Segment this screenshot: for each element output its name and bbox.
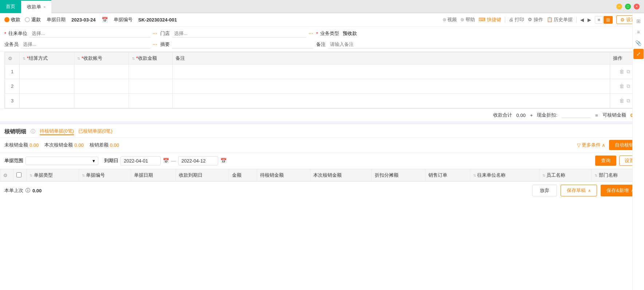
unchecked-item: 未核销金额 0.00 bbox=[4, 142, 39, 148]
action-shortcut[interactable]: ⌨ 快捷键 bbox=[479, 16, 501, 23]
info-icon-footer[interactable]: ⓘ bbox=[25, 187, 30, 194]
more-conditions-btn[interactable]: ▽ 更多条件 ∧ bbox=[577, 142, 605, 148]
sidebar-attach-icon[interactable]: 📎 bbox=[633, 38, 644, 48]
radio-refund-dot bbox=[25, 17, 30, 22]
note-input[interactable] bbox=[328, 40, 640, 48]
unchecked-value: 0.00 bbox=[30, 142, 39, 148]
date-end-input[interactable] bbox=[178, 156, 218, 165]
remark-input[interactable] bbox=[172, 40, 313, 48]
col-gear-bottom[interactable]: ⚙ bbox=[0, 169, 13, 181]
delete-icon[interactable]: 🗑 bbox=[619, 98, 624, 104]
table-row: 2 🗑 ⧉ bbox=[5, 79, 639, 94]
info-icon[interactable]: ⓘ bbox=[31, 128, 35, 135]
counterpart-required: * bbox=[4, 31, 6, 36]
col-amount: ⇅ *收款金额 bbox=[129, 52, 173, 64]
save-draft-arrow[interactable]: ∧ bbox=[588, 188, 591, 193]
radio-group: 收款 退款 bbox=[4, 16, 41, 23]
sidebar-table-icon[interactable]: ⊞ bbox=[633, 16, 644, 26]
col-gear[interactable]: ⚙ bbox=[5, 52, 20, 64]
nav-next[interactable]: ▶ bbox=[588, 17, 591, 23]
row-amount[interactable] bbox=[129, 94, 173, 108]
tab-home-label: 首页 bbox=[6, 3, 15, 10]
main-content: 收款 退款 单据日期 2023-03-24 📅 单据编号 SK-20230324… bbox=[0, 13, 644, 290]
row-remark[interactable] bbox=[173, 64, 610, 79]
query-btn[interactable]: 查询 bbox=[595, 156, 616, 166]
unchecked-label: 未核销金额 bbox=[4, 142, 28, 148]
remark-field: 摘要 bbox=[160, 40, 313, 48]
counterpart-input[interactable] bbox=[30, 30, 150, 38]
summary-row: 收款合计 0.00 + 现金折扣: = 可核销金额 0.00 bbox=[0, 109, 644, 121]
row-amount[interactable] bbox=[129, 79, 173, 94]
col-checkbox[interactable] bbox=[13, 169, 27, 181]
due-date-label: 到期日 bbox=[104, 157, 118, 164]
salesperson-input[interactable] bbox=[21, 40, 150, 48]
date-end-calendar-icon[interactable]: 📅 bbox=[220, 158, 227, 164]
maximize-button[interactable]: □ bbox=[625, 4, 631, 9]
row-remark[interactable] bbox=[173, 94, 610, 108]
row-account-no[interactable] bbox=[74, 94, 129, 108]
nav-prev[interactable]: ◀ bbox=[580, 17, 584, 23]
delete-icon[interactable]: 🗑 bbox=[619, 68, 624, 75]
radio-receipt[interactable]: 收款 bbox=[4, 16, 20, 23]
tab-home[interactable]: 首页 bbox=[0, 0, 21, 13]
footer: 本单上次 ⓘ 0.00 放弃 保存草稿 ∧ 保存&新增 ∧ bbox=[0, 181, 644, 199]
diff-item: 核销差额 0.00 bbox=[90, 142, 119, 148]
row-amount[interactable] bbox=[129, 64, 173, 79]
radio-refund[interactable]: 退款 bbox=[25, 16, 41, 23]
action-video[interactable]: ⊙ 视频 bbox=[443, 16, 457, 23]
date-separator: — bbox=[171, 158, 176, 164]
row-settle-method[interactable] bbox=[20, 64, 74, 79]
delete-icon[interactable]: 🗑 bbox=[619, 83, 624, 89]
action-operate[interactable]: ⚙ 操作 bbox=[528, 16, 543, 23]
sidebar-expand-icon[interactable]: ⤢ bbox=[633, 49, 644, 59]
copy-icon[interactable]: ⧉ bbox=[627, 83, 630, 89]
radio-refund-label: 退款 bbox=[31, 16, 41, 23]
salesperson-label: 业务员 bbox=[4, 41, 19, 48]
row-num: 2 bbox=[5, 79, 20, 94]
counterpart-label: 往来单位 bbox=[8, 30, 27, 37]
sidebar-list-icon[interactable]: ≡ bbox=[633, 27, 644, 37]
scope-dropdown[interactable]: ▾ bbox=[25, 157, 98, 165]
form-row-2: 业务员 ··· 摘要 备注 bbox=[4, 40, 640, 48]
view-grid-btn[interactable]: ⊞ bbox=[604, 16, 613, 24]
row-account-no[interactable] bbox=[74, 64, 129, 79]
tab-receipt[interactable]: 收款单 × bbox=[21, 0, 51, 13]
calendar-icon[interactable]: 📅 bbox=[102, 17, 108, 23]
gear-icon[interactable]: ⚙ bbox=[8, 56, 12, 61]
top-actions: ⊙ 视频 ⊙ 帮助 ⌨ 快捷键 🖨 打印 ⚙ 操作 📋 历史单据 ◀ ▶ ≡ ⊞… bbox=[443, 15, 640, 24]
save-new-label: 保存&新增 bbox=[606, 187, 629, 194]
date-start-input[interactable] bbox=[121, 156, 161, 165]
counterpart-more-btn[interactable]: ··· bbox=[153, 30, 157, 37]
row-settle-method[interactable] bbox=[20, 79, 74, 94]
action-help[interactable]: ⊙ 帮助 bbox=[460, 16, 475, 23]
date-start-calendar-icon[interactable]: 📅 bbox=[163, 158, 169, 164]
minimize-button[interactable]: − bbox=[616, 4, 622, 9]
discount-input[interactable] bbox=[562, 112, 591, 118]
gear-icon-bottom[interactable]: ⚙ bbox=[3, 173, 8, 178]
tab-done[interactable]: 已核销单据(0笔) bbox=[78, 128, 113, 135]
action-history[interactable]: 📋 历史单据 bbox=[547, 16, 573, 23]
row-remark[interactable] bbox=[173, 79, 610, 94]
view-list-btn[interactable]: ≡ bbox=[595, 16, 603, 24]
right-sidebar: ⊞ ≡ 📎 ⤢ bbox=[632, 13, 644, 290]
row-account-no[interactable] bbox=[74, 79, 129, 94]
bill-date-value: 2023-03-24 bbox=[71, 17, 96, 23]
col-settle-method: ⇅ *结算方式 bbox=[20, 52, 74, 64]
window-controls: − □ × bbox=[616, 4, 644, 9]
tab-receipt-close[interactable]: × bbox=[43, 5, 46, 9]
shop-input[interactable] bbox=[172, 30, 306, 38]
copy-icon[interactable]: ⧉ bbox=[627, 98, 630, 104]
business-type-required: * bbox=[316, 31, 318, 36]
abandon-btn[interactable]: 放弃 bbox=[532, 185, 557, 196]
discount-label: 现金折扣: bbox=[537, 112, 557, 118]
row-settle-method[interactable] bbox=[20, 94, 74, 108]
action-print[interactable]: 🖨 打印 bbox=[509, 16, 525, 23]
copy-icon[interactable]: ⧉ bbox=[627, 68, 630, 75]
close-button[interactable]: × bbox=[634, 4, 640, 9]
shop-more-btn[interactable]: ··· bbox=[309, 30, 313, 37]
section-divider bbox=[0, 121, 644, 124]
select-all-checkbox[interactable] bbox=[16, 172, 21, 177]
salesperson-more-btn[interactable]: ··· bbox=[153, 41, 157, 48]
save-draft-btn[interactable]: 保存草稿 ∧ bbox=[561, 185, 597, 196]
tab-pending[interactable]: 待核销单据(0笔) bbox=[40, 128, 74, 135]
